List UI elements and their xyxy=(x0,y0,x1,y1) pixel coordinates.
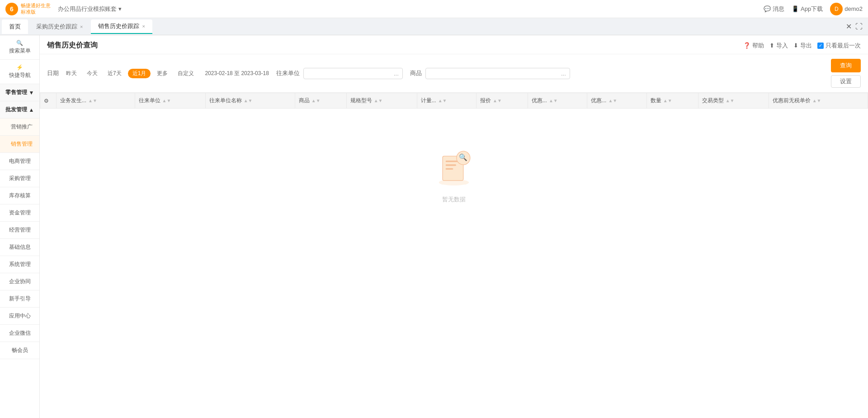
th-quote[interactable]: 报价 ▲▼ xyxy=(476,93,528,109)
export-icon: ⬇ xyxy=(793,42,798,49)
sidebar-item-app-center[interactable]: 应用中心 xyxy=(0,308,39,325)
topbar-right: 💬 消息 📱 App下载 D demo2 xyxy=(764,3,863,15)
logo-text: 畅捷通好生意 标准版 xyxy=(21,3,51,14)
svg-rect-2 xyxy=(446,161,459,162)
empty-icon: 🔍 xyxy=(431,145,476,190)
sidebar-item-marketing[interactable]: 营销推广 xyxy=(0,119,39,136)
tab-purchase-history-close[interactable]: × xyxy=(80,24,83,29)
chat-button[interactable]: 💬 消息 xyxy=(764,5,784,13)
date-btn-custom[interactable]: 自定义 xyxy=(174,69,198,78)
date-btn-today[interactable]: 今天 xyxy=(83,69,101,78)
chevron-down-icon: ▼ xyxy=(29,90,34,96)
page-header-actions: ❓ 帮助 ⬆ 导入 ⬇ 导出 只看最后一次 xyxy=(743,42,861,50)
sort-icon-discount2: ▲▼ xyxy=(608,99,617,103)
date-btn-7days[interactable]: 近7天 xyxy=(104,69,125,78)
sidebar: 🔍 搜索菜单 ⚡ 快捷导航 零售管理 ▼ 批发管理 ▲ 营销推广 销售管理 电商… xyxy=(0,35,40,418)
counterparty-filter-group: 往来单位 ... xyxy=(276,68,403,79)
th-goods[interactable]: 商品 ▲▼ xyxy=(295,93,346,109)
date-label: 日期 xyxy=(47,69,59,77)
sort-icon-discount1: ▲▼ xyxy=(549,99,558,103)
sidebar-item-ecommerce[interactable]: 电商管理 xyxy=(0,153,39,170)
page-header: 销售历史价查询 ❓ 帮助 ⬆ 导入 ⬇ 导出 xyxy=(40,35,868,54)
app-selector[interactable]: 办公用品行业模拟账套 ▾ xyxy=(54,3,125,15)
tabbar-actions: ✕ ⛶ xyxy=(846,22,866,31)
chevron-up-icon: ▲ xyxy=(29,107,34,113)
import-button[interactable]: ⬆ 导入 xyxy=(769,42,788,50)
th-discount1[interactable]: 优惠... ▲▼ xyxy=(528,93,587,109)
tab-sales-history-close[interactable]: × xyxy=(142,24,145,29)
table-container: ⚙ 业务发生... ▲▼ 往来单位 xyxy=(40,93,868,109)
sidebar-item-enterprise-wechat[interactable]: 企业微信 xyxy=(0,325,39,342)
help-icon: ❓ xyxy=(743,42,750,49)
fullscreen-button[interactable]: ⛶ xyxy=(855,23,863,31)
main-layout: 🔍 搜索菜单 ⚡ 快捷导航 零售管理 ▼ 批发管理 ▲ 营销推广 销售管理 电商… xyxy=(0,35,868,418)
export-button[interactable]: ⬇ 导出 xyxy=(793,42,812,50)
th-quantity[interactable]: 数量 ▲▼ xyxy=(646,93,698,109)
th-trade-type[interactable]: 交易类型 ▲▼ xyxy=(698,93,769,109)
sidebar-item-enterprise-collab[interactable]: 企业协同 xyxy=(0,273,39,290)
tab-purchase-history[interactable]: 采购历史价跟踪 × xyxy=(29,19,90,34)
th-counterparty-code[interactable]: 往来单位 ▲▼ xyxy=(135,93,205,109)
settings-button[interactable]: 设置 xyxy=(831,75,861,88)
sidebar-item-shortcut[interactable]: ⚡ 快捷导航 xyxy=(0,60,39,84)
sidebar-item-basic-info[interactable]: 基础信息 xyxy=(0,239,39,256)
sidebar-item-guide[interactable]: 新手引导 xyxy=(0,290,39,308)
app-download-button[interactable]: 📱 App下载 xyxy=(792,5,823,13)
query-actions: 查询 设置 xyxy=(831,59,861,88)
tab-home-label: 首页 xyxy=(9,23,21,31)
date-btn-1month[interactable]: 近1月 xyxy=(128,69,151,78)
th-biz-date[interactable]: 业务发生... ▲▼ xyxy=(57,93,135,109)
sidebar-item-purchase[interactable]: 采购管理 xyxy=(0,170,39,187)
counterparty-label: 往来单位 xyxy=(276,69,300,77)
download-icon: 📱 xyxy=(792,5,799,12)
sidebar-item-sales-mgmt[interactable]: 销售管理 xyxy=(0,136,39,153)
import-icon: ⬆ xyxy=(769,42,774,49)
sidebar-item-system[interactable]: 系统管理 xyxy=(0,256,39,273)
user-area[interactable]: D demo2 xyxy=(830,3,863,15)
data-table: ⚙ 业务发生... ▲▼ 往来单位 xyxy=(40,93,868,109)
svg-rect-4 xyxy=(446,168,453,170)
date-range-display: 2023-02-18 至 2023-03-18 xyxy=(205,70,269,77)
sidebar-item-wholesale[interactable]: 批发管理 ▲ xyxy=(0,101,39,119)
sidebar-item-member[interactable]: 畅会员 xyxy=(0,342,39,359)
th-discount2[interactable]: 优惠... ▲▼ xyxy=(587,93,646,109)
only-last-checkbox[interactable] xyxy=(817,43,824,49)
th-unit[interactable]: 计量... ▲▼ xyxy=(417,93,476,109)
logo-icon: 6 xyxy=(5,3,18,15)
date-btn-more[interactable]: 更多 xyxy=(153,69,171,78)
page-title: 销售历史价查询 xyxy=(47,41,98,50)
date-filter-group: 日期 昨天 今天 近7天 近1月 更多 自定义 xyxy=(47,69,198,78)
sidebar-item-retail[interactable]: 零售管理 ▼ xyxy=(0,84,39,101)
tab-sales-history[interactable]: 销售历史价跟踪 × xyxy=(91,19,152,34)
only-last-checkbox-label[interactable]: 只看最后一次 xyxy=(817,42,861,50)
sort-icon-biz-date: ▲▼ xyxy=(88,99,97,103)
date-btn-yesterday[interactable]: 昨天 xyxy=(62,69,80,78)
th-counterparty-name[interactable]: 往来单位名称 ▲▼ xyxy=(205,93,295,109)
topbar-left: 6 畅捷通好生意 标准版 办公用品行业模拟账套 ▾ xyxy=(5,3,125,15)
gear-icon[interactable]: ⚙ xyxy=(44,98,49,104)
sidebar-item-search[interactable]: 🔍 搜索菜单 xyxy=(0,35,39,60)
empty-state: 🔍 暂无数据 xyxy=(40,109,868,240)
shortcut-icon: ⚡ xyxy=(16,64,23,71)
sort-icon-counterparty: ▲▼ xyxy=(162,99,171,103)
counterparty-dots-icon: ... xyxy=(394,70,399,77)
svg-text:🔍: 🔍 xyxy=(459,153,467,162)
avatar: D xyxy=(830,3,843,15)
goods-input[interactable]: ... xyxy=(425,68,570,79)
close-all-tabs-button[interactable]: ✕ xyxy=(846,22,852,31)
goods-label: 商品 xyxy=(410,69,422,77)
tab-home[interactable]: 首页 xyxy=(2,19,28,34)
sort-icon-spec: ▲▼ xyxy=(374,99,383,103)
help-button[interactable]: ❓ 帮助 xyxy=(743,42,764,50)
sidebar-item-operations[interactable]: 经营管理 xyxy=(0,222,39,239)
date-range-group: 2023-02-18 至 2023-03-18 xyxy=(205,70,269,77)
sidebar-item-finance[interactable]: 资金管理 xyxy=(0,204,39,222)
query-button[interactable]: 查询 xyxy=(831,59,861,72)
counterparty-input[interactable]: ... xyxy=(303,68,403,79)
th-pre-tax-price[interactable]: 优惠前无税单价 ▲▼ xyxy=(769,93,868,109)
date-filters: 昨天 今天 近7天 近1月 更多 自定义 xyxy=(62,69,198,78)
sort-icon-pre-tax-price: ▲▼ xyxy=(812,99,821,103)
th-spec[interactable]: 规格型号 ▲▼ xyxy=(346,93,417,109)
sidebar-item-inventory[interactable]: 库存核算 xyxy=(0,187,39,204)
th-gear: ⚙ xyxy=(40,93,57,109)
